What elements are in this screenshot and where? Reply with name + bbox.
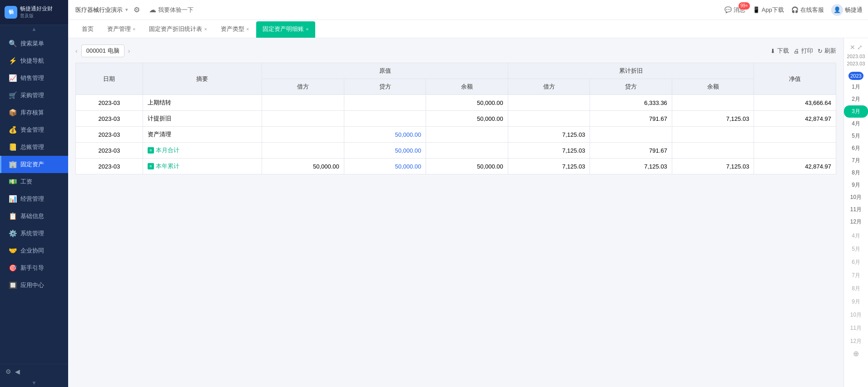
sidebar-item-system[interactable]: ⚙️系统管理 [0, 225, 68, 242]
tab-close-asset-type[interactable]: × [246, 26, 249, 32]
prev-month-item-9月[interactable]: 9月 [850, 296, 862, 308]
sidebar-scroll-up[interactable]: ▲ [0, 25, 68, 33]
download-btn[interactable]: ⬇ 下载 [770, 47, 789, 55]
month-item-11月[interactable]: 11月 [844, 203, 868, 216]
prev-month-item-6月[interactable]: 6月 [850, 256, 862, 268]
sidebar-item-operation[interactable]: 📊经营管理 [0, 190, 68, 208]
tab-label-asset-type: 资产类型 [221, 25, 244, 33]
sidebar-item-search[interactable]: 🔍搜索菜单 [0, 35, 68, 52]
print-btn[interactable]: 🖨 打印 [794, 47, 813, 55]
experience-label: 我要体验一下 [158, 6, 193, 14]
tab-home[interactable]: 首页 [75, 21, 100, 38]
ov-balance: 余额 [426, 79, 508, 95]
tab-label-fixed-depreciation: 固定资产折旧统计表 [149, 25, 202, 33]
sidebar-item-guide[interactable]: 🎯新手引导 [0, 259, 68, 277]
month-item-4月[interactable]: 4月 [844, 118, 868, 130]
basic-icon: 📋 [9, 212, 17, 220]
month-item-9月[interactable]: 9月 [844, 179, 868, 191]
sidebar-item-wage[interactable]: 💵工资 [0, 173, 68, 190]
message-btn[interactable]: 💬 消息 99+ [724, 6, 745, 14]
cell-summary-2: 资产清理 [143, 127, 262, 143]
panel-down-arrow[interactable]: ⊕ [853, 350, 859, 357]
cell-ad-balance-2 [672, 127, 754, 143]
user-name: 畅捷通 [845, 6, 863, 14]
cell-ad-credit-3: 791.67 [590, 143, 672, 159]
sidebar-item-label-inventory: 库存核算 [20, 109, 44, 117]
panel-close-icon[interactable]: ✕ [850, 44, 855, 51]
sidebar-item-sales[interactable]: 📈销售管理 [0, 69, 68, 87]
message-badge: 99+ [739, 2, 750, 10]
month-item-1月[interactable]: 1月 [844, 81, 868, 93]
inventory-icon: 📦 [9, 109, 17, 117]
sidebar-item-inventory[interactable]: 📦库存核算 [0, 104, 68, 121]
cell-summary-4: ≡本年累计 [143, 159, 262, 174]
cell-date-4: 2023-03 [76, 159, 143, 174]
col-summary: 摘要 [143, 63, 262, 95]
table-row: 2023-03 计提折旧 50,000.00 791.67 7,125.03 4… [76, 111, 836, 127]
sidebar-item-label-sales: 销售管理 [20, 74, 44, 82]
month-item-8月[interactable]: 8月 [844, 167, 868, 179]
cell-ad-balance-4: 7,125.03 [672, 159, 754, 174]
user-profile-btn[interactable]: 👤 畅捷通 [831, 4, 863, 16]
tab-asset-type[interactable]: 资产类型× [214, 21, 255, 38]
asset-code: 000001 电脑 [81, 45, 124, 57]
month-item-12月[interactable]: 12月 [844, 216, 868, 228]
tab-fixed-detail[interactable]: 固定资产明细账× [256, 21, 315, 38]
month-item-2月[interactable]: 2月 [844, 93, 868, 105]
month-item-3月[interactable]: 3月 [844, 105, 868, 118]
cell-ov-balance-1: 50,000.00 [426, 111, 508, 127]
tab-label-fixed-detail: 固定资产明细账 [263, 25, 304, 33]
sidebar-item-collab[interactable]: 🤝企业协同 [0, 242, 68, 259]
purchase-icon: 🛒 [9, 91, 17, 99]
sidebar-item-ledger[interactable]: 📒总账管理 [0, 139, 68, 156]
settings-btn[interactable]: ⚙ [5, 368, 11, 375]
sidebar-item-label-quicknav: 快捷导航 [20, 57, 44, 65]
prev-month-item-5月[interactable]: 5月 [850, 243, 862, 255]
sidebar-bottom: ⚙ ◀ [0, 364, 68, 379]
month-item-7月[interactable]: 7月 [844, 154, 868, 167]
prev-month-item-7月[interactable]: 7月 [850, 269, 862, 282]
prev-asset-btn[interactable]: ‹ [75, 47, 78, 55]
collab-icon: 🤝 [9, 247, 17, 255]
app-download-btn[interactable]: 📱 App下载 [753, 6, 784, 14]
prev-month-item-11月[interactable]: 11月 [850, 322, 862, 334]
sidebar-item-quicknav[interactable]: ⚡快捷导航 [0, 52, 68, 69]
tab-close-fixed-detail[interactable]: × [306, 26, 308, 32]
month-item-5月[interactable]: 5月 [844, 130, 868, 142]
customer-service-icon: 🎧 [791, 6, 799, 13]
sidebar-item-basic[interactable]: 📋基础信息 [0, 208, 68, 225]
month-item-6月[interactable]: 6月 [844, 142, 868, 154]
sidebar-item-apps[interactable]: 🔲应用中心 [0, 277, 68, 294]
prev-month-item-12月[interactable]: 12月 [850, 335, 862, 347]
module-selector[interactable]: 医疗器械行业演示 ▾ [75, 6, 128, 14]
col-date: 日期 [76, 63, 143, 95]
subtotal-tag-3: ≡本月合计 [148, 146, 179, 154]
prev-month-item-10月[interactable]: 10月 [850, 309, 862, 321]
right-panel: ✕ ⤢ 2023.03 2023.03 20231月2月3月4月5月6月7月8月… [843, 38, 868, 387]
sidebar-item-capital[interactable]: 💰资金管理 [0, 121, 68, 139]
sidebar-item-label-system: 系统管理 [20, 229, 44, 238]
year-badge[interactable]: 2023 [848, 72, 863, 80]
tab-asset-mgmt[interactable]: 资产管理× [101, 21, 142, 38]
sidebar-scroll-down[interactable]: ▼ [0, 379, 68, 387]
tab-close-fixed-depreciation[interactable]: × [204, 26, 207, 32]
panel-expand-icon[interactable]: ⤢ [857, 44, 863, 51]
customer-service-btn[interactable]: 🎧 在线客服 [791, 6, 824, 14]
prev-month-item-8月[interactable]: 8月 [850, 283, 862, 295]
cell-summary-3: ≡本月合计 [143, 143, 262, 159]
prev-month-item-4月[interactable]: 4月 [850, 230, 862, 242]
topbar-settings-icon[interactable]: ⚙ [134, 5, 140, 14]
fixed-icon: 🏢 [9, 160, 17, 169]
experience-btn[interactable]: ☁ 我要体验一下 [149, 5, 193, 14]
collapse-sidebar-btn[interactable]: ◀ [15, 368, 20, 375]
cell-ov-credit-3: 50,000.00 [344, 143, 426, 159]
month-item-10月[interactable]: 10月 [844, 191, 868, 203]
tab-close-asset-mgmt[interactable]: × [133, 26, 135, 32]
sidebar-item-fixed[interactable]: 🏢固定资产 [0, 156, 68, 173]
tab-fixed-depreciation[interactable]: 固定资产折旧统计表× [143, 21, 213, 38]
refresh-btn[interactable]: ↻ 刷新 [818, 47, 836, 55]
topbar: 医疗器械行业演示 ▾ ⚙ ☁ 我要体验一下 💬 消息 99+ 📱 App下载 🎧… [68, 0, 868, 20]
cell-date-0: 2023-03 [76, 95, 143, 111]
sidebar-item-purchase[interactable]: 🛒采购管理 [0, 87, 68, 104]
next-asset-btn[interactable]: › [128, 47, 130, 55]
